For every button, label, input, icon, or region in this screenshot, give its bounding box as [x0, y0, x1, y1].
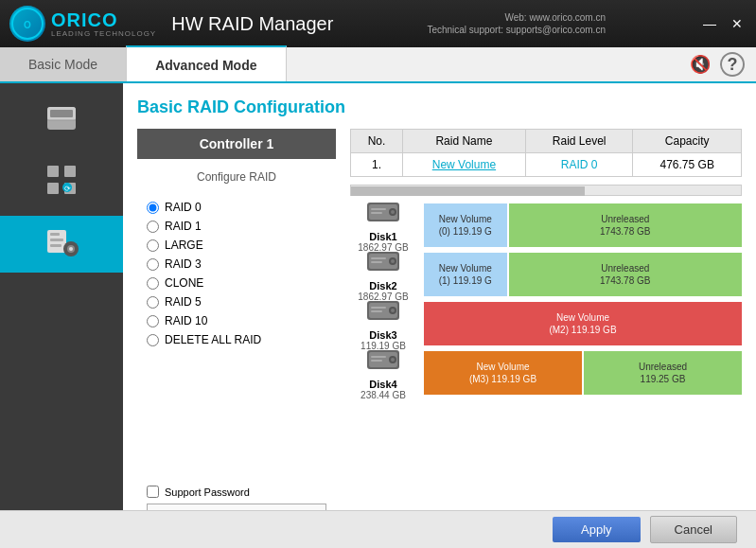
page-title: Basic RAID Configuration — [137, 97, 742, 117]
svg-rect-41 — [371, 356, 386, 358]
bottom-bar: Apply Cancel — [0, 510, 756, 548]
disk2-seg2: Unreleased 1743.78 GB — [509, 253, 743, 296]
sidebar-item-settings[interactable] — [0, 216, 123, 273]
nav-bar: Basic Mode Advanced Mode 🔇 ? — [0, 47, 756, 83]
col-raid-name: Raid Name — [402, 130, 525, 153]
apply-button[interactable]: Apply — [553, 517, 641, 542]
close-button[interactable]: ✕ — [728, 14, 747, 33]
nav-icons: 🔇 ? — [690, 47, 756, 81]
tab-advanced-mode[interactable]: Advanced Mode — [126, 45, 286, 81]
brand-subtitle: LEADING TECHNOLOGY — [51, 29, 156, 38]
svg-rect-13 — [50, 233, 60, 236]
radio-raid10[interactable]: RAID 10 — [147, 314, 326, 327]
disk1-seg1: New Volume (0) 119.19 G — [424, 203, 507, 247]
tab-basic-mode[interactable]: Basic Mode — [0, 47, 126, 81]
radio-raid1[interactable]: RAID 1 — [147, 220, 326, 233]
svg-rect-4 — [50, 110, 73, 117]
disk4-seg2: Unreleased 119.25 GB — [584, 351, 742, 395]
radio-clone-input[interactable] — [147, 277, 159, 290]
disk3-segments: New Volume (M2) 119.19 GB — [424, 302, 742, 345]
drive-icon — [43, 99, 80, 144]
disk2-seg1: New Volume (1) 119.19 G — [424, 253, 507, 296]
radio-raid0-input[interactable] — [147, 202, 159, 214]
disk1-segments: New Volume (0) 119.19 G Unreleased 1743.… — [424, 203, 742, 247]
svg-point-28 — [391, 259, 395, 263]
minimize-button[interactable]: — — [699, 14, 720, 33]
cell-no: 1. — [351, 153, 403, 177]
radio-raid5-input[interactable] — [147, 296, 159, 309]
disk-row-3: Disk3 119.19 GB New Volume (M2) 119.19 G… — [350, 302, 742, 345]
disk4-seg1: New Volume (M3) 119.19 GB — [424, 351, 582, 395]
disk1-label: Disk1 — [369, 231, 396, 242]
svg-rect-8 — [47, 183, 59, 194]
disk4-segments: New Volume (M3) 119.19 GB Unreleased 119… — [424, 351, 742, 395]
sidebar-item-grid[interactable]: ⟳ — [0, 154, 123, 211]
col-no: No. — [351, 130, 403, 153]
radio-deleteall[interactable]: DELETE ALL RAID — [147, 333, 326, 346]
disk1-icon — [366, 199, 400, 231]
radio-large-input[interactable] — [147, 239, 159, 252]
grid-icon: ⟳ — [44, 163, 79, 203]
mute-button[interactable]: 🔇 — [690, 54, 711, 75]
radio-clone[interactable]: CLONE — [147, 276, 326, 290]
svg-point-34 — [391, 309, 395, 312]
main-wrapper: ⟳ Basi — [0, 83, 756, 548]
disk3-seg1: New Volume (M2) 119.19 GB — [424, 302, 742, 345]
cell-name: New Volume — [402, 153, 525, 177]
disk1-icon-area: Disk1 1862.97 GB — [350, 199, 416, 253]
disk4-icon-area: Disk4 238.44 GB — [350, 346, 416, 400]
configure-label: Configure RAID — [137, 167, 336, 187]
svg-rect-6 — [47, 166, 59, 177]
app-title: HW RAID Manager — [171, 13, 333, 35]
svg-rect-14 — [50, 239, 63, 241]
svg-rect-23 — [371, 208, 386, 210]
radio-raid10-input[interactable] — [147, 315, 159, 327]
title-bar-left: O ORICO LEADING TECHNOLOGY HW RAID Manag… — [9, 6, 333, 42]
title-bar: O ORICO LEADING TECHNOLOGY HW RAID Manag… — [0, 0, 756, 47]
logo-text: ORICO LEADING TECHNOLOGY — [51, 10, 156, 38]
disk2-icon — [366, 248, 400, 280]
disk2-segments: New Volume (1) 119.19 G Unreleased 1743.… — [424, 253, 742, 296]
disk-row-2: Disk2 1862.97 GB New Volume (1) 119.19 G… — [350, 253, 742, 296]
radio-raid1-input[interactable] — [147, 221, 159, 233]
svg-rect-36 — [371, 310, 382, 312]
svg-point-22 — [391, 210, 395, 214]
web-support: Web: www.orico.com.cn — [504, 12, 606, 23]
cancel-button[interactable]: Cancel — [650, 516, 737, 543]
help-button[interactable]: ? — [720, 52, 745, 77]
sidebar: ⟳ — [0, 83, 123, 548]
radio-deleteall-input[interactable] — [147, 334, 159, 346]
svg-rect-24 — [371, 212, 382, 214]
help-icon: ? — [728, 55, 738, 75]
table-row: 1. New Volume RAID 0 476.75 GB — [351, 153, 742, 177]
sidebar-item-drive[interactable] — [0, 93, 123, 150]
radio-large[interactable]: LARGE — [147, 239, 326, 252]
svg-point-40 — [391, 358, 395, 362]
radio-raid5[interactable]: RAID 5 — [147, 295, 326, 309]
svg-rect-15 — [50, 244, 62, 247]
scroll-bar[interactable] — [350, 185, 742, 196]
col-raid-level: Raid Level — [525, 130, 633, 153]
svg-rect-42 — [371, 360, 382, 362]
tech-support: Technical support: supports@orico.com.cn — [427, 25, 606, 35]
logo-icon: O — [9, 6, 45, 42]
disk4-size: 238.44 GB — [360, 390, 406, 400]
radio-raid3-input[interactable] — [147, 258, 159, 271]
radio-raid3[interactable]: RAID 3 — [147, 257, 326, 271]
left-panel: Controller 1 Configure RAID RAID 0 RAID … — [137, 129, 336, 534]
radio-raid0[interactable]: RAID 0 — [147, 201, 326, 214]
brand-name: ORICO — [51, 10, 156, 29]
title-controls: — ✕ — [699, 14, 747, 33]
cell-level: RAID 0 — [525, 153, 633, 177]
main-content: ⟳ Basi — [0, 83, 756, 548]
content-area: Basic RAID Configuration Controller 1 Co… — [123, 83, 756, 548]
disk4-label: Disk4 — [369, 379, 396, 390]
logo-box: O ORICO LEADING TECHNOLOGY — [9, 6, 156, 42]
support-password-label[interactable]: Support Password — [147, 486, 326, 498]
support-password-checkbox[interactable] — [147, 486, 159, 498]
svg-rect-29 — [371, 257, 386, 259]
svg-rect-30 — [371, 261, 382, 263]
svg-rect-7 — [64, 166, 76, 177]
disk-row-1: Disk1 1862.97 GB New Volume (0) 119.19 G… — [350, 203, 742, 247]
disk-row-4: Disk4 238.44 GB New Volume (M3) 119.19 G… — [350, 351, 742, 395]
